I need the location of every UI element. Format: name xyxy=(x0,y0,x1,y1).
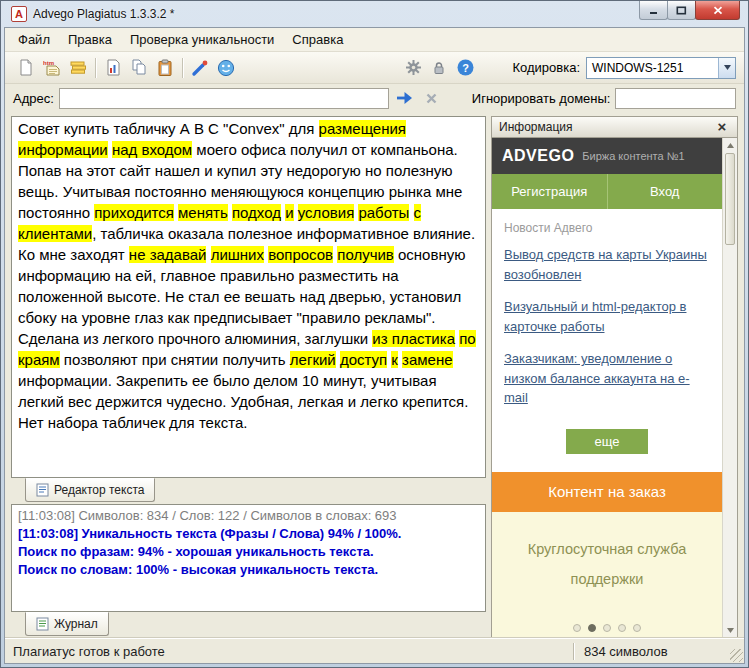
resize-grip[interactable] xyxy=(730,649,743,662)
globe-smiley-icon xyxy=(217,59,235,77)
highlighted-text: над входом xyxy=(112,141,192,158)
carousel-dot[interactable] xyxy=(633,624,641,632)
encoding-label: Кодировка: xyxy=(512,60,580,75)
content-order-banner[interactable]: Контент на заказ xyxy=(492,472,722,512)
help-button[interactable]: ? xyxy=(452,55,478,81)
highlighted-text: легкий xyxy=(290,351,336,368)
highlighted-text: клиентами xyxy=(18,225,92,242)
news-link-2[interactable]: Визуальный и html-редактор в карточке ра… xyxy=(504,297,710,336)
news-link-1[interactable]: Вывод средств на карты Украины возобновл… xyxy=(504,245,710,284)
deep-check-button[interactable] xyxy=(213,55,239,81)
ignore-domains-label: Игнорировать домены: xyxy=(472,91,611,106)
highlighted-text: условия xyxy=(298,204,355,221)
char-count: 834 символов xyxy=(574,644,744,659)
status-bar: Плагиатус готов к работе 834 символов xyxy=(5,638,744,663)
info-panel: Информация × ADVEGO Биржа контента №1 Ре… xyxy=(491,116,738,638)
carousel-dot[interactable] xyxy=(573,624,581,632)
highlighted-text: работы xyxy=(358,204,409,221)
svg-text:?: ? xyxy=(462,62,469,74)
scrollbar-thumb[interactable] xyxy=(725,153,735,245)
new-document-button[interactable] xyxy=(13,55,39,81)
plain-text xyxy=(409,204,413,221)
go-button[interactable] xyxy=(394,87,416,109)
scroll-down-icon[interactable] xyxy=(723,623,737,637)
scrollbar-track[interactable] xyxy=(723,246,737,623)
advego-header: ADVEGO Биржа контента №1 xyxy=(492,138,722,174)
address-label: Адрес: xyxy=(13,91,54,106)
app-frame: Файл Правка Проверка уникальности Справк… xyxy=(4,27,745,664)
more-button[interactable]: еще xyxy=(566,429,647,454)
menu-check-uniqueness[interactable]: Проверка уникальности xyxy=(121,29,283,50)
highlighted-text: не задавай xyxy=(129,246,207,263)
tab-journal[interactable]: Журнал xyxy=(25,612,109,636)
report-button[interactable] xyxy=(100,55,126,81)
info-close-icon[interactable]: × xyxy=(714,120,730,134)
plain-text: информации. Закрепить ее было делом 10 м… xyxy=(18,372,468,431)
gear-icon xyxy=(405,59,422,76)
highlighted-text: приходится xyxy=(94,204,174,221)
encoding-select[interactable]: WINDOWS-1251 xyxy=(586,57,736,79)
batch-files-button[interactable] xyxy=(65,55,91,81)
new-document-icon xyxy=(18,59,34,76)
app-icon-letter: A xyxy=(15,8,23,20)
title-bar[interactable]: A Advego Plagiatus 1.3.3.2 * xyxy=(4,1,745,27)
highlighted-text: подход xyxy=(232,204,281,221)
tab-journal-label: Журнал xyxy=(54,617,98,631)
minimize-icon xyxy=(649,6,659,15)
menu-bar: Файл Правка Проверка уникальности Справк… xyxy=(5,28,744,52)
chevron-down-icon[interactable] xyxy=(718,58,735,78)
highlighted-text: доступ xyxy=(340,351,387,368)
minimize-button[interactable] xyxy=(639,1,668,20)
log-line: Поиск по фразам: 94% - хорошая уникально… xyxy=(18,543,479,561)
more-row: еще xyxy=(504,421,710,458)
highlighted-text: менять xyxy=(178,204,228,221)
settings-button[interactable] xyxy=(400,55,426,81)
open-html-button[interactable]: htm xyxy=(39,55,65,81)
register-button[interactable]: Регистрация xyxy=(492,174,607,209)
toolbar: htm xyxy=(5,52,744,84)
news-link-3[interactable]: Заказчикам: уведомление о низком балансе… xyxy=(504,349,710,408)
log-line: [11:03:08] Уникальность текста (Фразы / … xyxy=(18,525,479,543)
address-bar: Адрес: Игнорировать домены: xyxy=(5,84,744,112)
address-input[interactable] xyxy=(59,88,389,109)
maximize-button[interactable] xyxy=(667,1,696,20)
login-button[interactable]: Вход xyxy=(607,174,723,209)
plain-text: Совет купить табличку А В С "Convex" для xyxy=(18,120,319,137)
scroll-up-icon[interactable] xyxy=(723,138,737,152)
maximize-icon xyxy=(676,6,687,15)
help-icon: ? xyxy=(457,59,474,76)
svg-text:htm: htm xyxy=(43,60,54,66)
app-icon: A xyxy=(11,6,27,22)
carousel-dot[interactable] xyxy=(588,624,596,632)
check-uniqueness-button[interactable] xyxy=(187,55,213,81)
highlighted-text: к xyxy=(391,351,398,368)
proxy-button[interactable] xyxy=(426,55,452,81)
paste-button[interactable] xyxy=(152,55,178,81)
menu-help[interactable]: Справка xyxy=(283,29,352,50)
highlighted-text: размещения xyxy=(319,120,406,137)
auth-row: Регистрация Вход xyxy=(492,174,722,209)
info-panel-title: Информация xyxy=(499,120,572,134)
ignore-domains-input[interactable] xyxy=(615,88,736,109)
carousel-dot[interactable] xyxy=(618,624,626,632)
advego-tagline: Биржа контента №1 xyxy=(582,150,684,162)
carousel-dot[interactable] xyxy=(603,624,611,632)
window-controls xyxy=(640,1,740,20)
menu-edit[interactable]: Правка xyxy=(59,29,121,50)
tab-text-editor[interactable]: Редактор текста xyxy=(25,478,155,502)
highlighted-text: и xyxy=(285,204,293,221)
tab-text-editor-label: Редактор текста xyxy=(54,483,144,497)
menu-file[interactable]: Файл xyxy=(9,29,59,50)
stop-button[interactable] xyxy=(421,87,443,109)
report-icon xyxy=(106,59,121,76)
info-panel-content: ADVEGO Биржа контента №1 Регистрация Вхо… xyxy=(491,138,738,638)
documents-stack-icon xyxy=(70,60,87,76)
log-line: Поиск по словам: 100% - высокая уникальн… xyxy=(18,561,479,579)
close-button[interactable] xyxy=(695,1,740,20)
log-line: [11:03:08] Символов: 834 / Слов: 122 / С… xyxy=(18,507,479,525)
info-scrollbar[interactable] xyxy=(722,138,737,637)
copy-button[interactable] xyxy=(126,55,152,81)
check-wand-icon xyxy=(191,59,209,77)
support-banner[interactable]: Круглосуточная служба поддержки xyxy=(492,512,722,638)
editor-text[interactable]: Совет купить табличку А В С "Convex" для… xyxy=(11,116,486,478)
